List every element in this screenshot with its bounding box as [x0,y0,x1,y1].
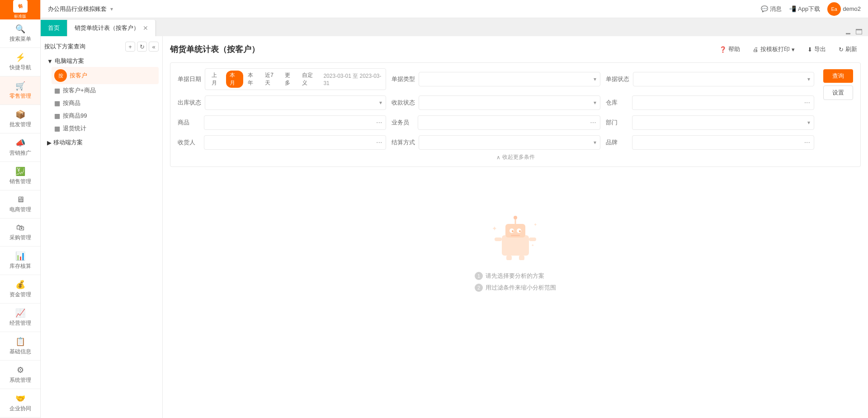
window-maximize-button[interactable]: 🗖 [855,28,863,36]
sidebar-item-finance[interactable]: 💰 资金管理 [0,275,40,304]
add-scheme-button[interactable]: + [125,42,135,52]
salesman-control[interactable]: ··· [418,115,600,130]
goods-control[interactable]: ··· [204,115,386,130]
doc-status-control[interactable]: ▾ [633,72,814,86]
left-panel-header: 按以下方案查询 + ↻ « [44,42,159,52]
mobile-section-header[interactable]: ▶ 移动端方案 [44,137,159,148]
sidebar-item-quick-nav[interactable]: ⚡ 快捷导航 [0,48,40,76]
app-download-button[interactable]: 📲 App下载 [789,5,820,13]
scheme-icon: ▦ [54,100,60,107]
tip-text-1: 请先选择要分析的方案 [486,272,544,280]
sidebar-item-sales[interactable]: 💹 销售管理 [0,162,40,190]
filter-item-receiver: 收货人 ··· [178,135,386,150]
active-scheme-icon: 按 [54,69,67,82]
sidebar-item-label: 系统管理 [9,376,31,384]
goods-label: 商品 [178,119,200,127]
date-tab-custom[interactable]: 自定义 [299,71,320,88]
doc-type-control[interactable]: ▾ [419,72,600,86]
user-profile[interactable]: Ea demo2 [827,2,861,16]
inventory-icon: 📊 [15,251,25,261]
search-icon: 🔍 [15,24,25,34]
filter-item-warehouse: 仓库 ··· [606,95,814,110]
brand-control[interactable]: ··· [632,135,814,150]
receiver-control[interactable]: ··· [204,135,386,150]
filter-item-doc-type: 单据类型 ▾ [392,68,600,90]
collapse-bar[interactable]: ∧ 收起更多条件 [178,153,853,161]
message-label: 消息 [770,5,782,13]
help-button[interactable]: ❓ 帮助 [716,43,744,55]
settlement-control[interactable]: ▾ [419,135,600,150]
sidebar-item-purchase[interactable]: 🛍 采购管理 [0,218,40,247]
date-control[interactable]: 上月 本月 本年 近7天 更多 自定义 2023-03-01 至 2023-03… [205,68,386,90]
settings-button[interactable]: 设置 [823,86,853,100]
desktop-section-header[interactable]: ▼ 电脑端方案 [44,55,159,67]
filter-grid: 单据日期 上月 本月 本年 近7天 更多 自定义 [178,68,814,150]
sidebar-item-operations[interactable]: 📈 经营管理 [0,304,40,332]
warehouse-dots[interactable]: ··· [804,99,810,107]
out-status-control[interactable]: ▾ [205,95,386,110]
scheme-by-goods-99[interactable]: ▦ 按商品99 [52,109,159,122]
query-button[interactable]: 查询 [823,69,853,83]
breadcrumb-dropdown[interactable]: ▾ [110,6,113,12]
date-tab-this-year[interactable]: 本年 [245,71,260,88]
sidebar-item-wholesale[interactable]: 📦 批发管理 [0,105,40,133]
print-button[interactable]: 🖨 按模板打印 ▾ [749,43,798,55]
collapse-panel-button[interactable]: « [149,42,159,52]
main-area: 办公用品行业模拟账套 ▾ 💬 消息 📲 App下载 Ea demo2 首页 销货… [41,0,868,418]
filter-item-settlement: 结算方式 ▾ [392,135,600,150]
salesman-dots[interactable]: ··· [590,119,596,127]
sidebar-item-system[interactable]: ⚙ 系统管理 [0,361,40,389]
svg-point-7 [514,216,517,219]
receiver-dots[interactable]: ··· [376,138,382,147]
sidebar-item-label: 经营管理 [9,319,31,327]
dept-control[interactable]: ▾ [632,115,814,130]
filter-item-brand: 品牌 ··· [606,135,814,150]
svg-text:✦: ✦ [533,222,537,227]
sidebar-item-enterprise[interactable]: 🤝 企业协同 [0,389,40,418]
date-tab-last-7[interactable]: 近7天 [262,71,280,88]
scheme-by-customer[interactable]: 按 按客户 [52,67,159,84]
chevron-up-icon: ∧ [496,154,500,161]
avatar: Ea [827,2,841,16]
svg-text:✦: ✦ [531,243,534,247]
sidebar-item-label: 库存核算 [9,262,31,270]
scheme-by-customer-goods[interactable]: ▦ 按客户+商品 [52,84,159,97]
empty-illustration: ✦ ✦ ✦ [488,210,542,265]
warehouse-control[interactable]: ··· [632,95,814,110]
sidebar-item-ecommerce[interactable]: 🖥 电商管理 [0,190,40,218]
system-icon: ⚙ [17,365,24,375]
sidebar-item-retail[interactable]: 🛒 零售管理 [0,76,40,105]
purchase-icon: 🛍 [16,223,24,233]
date-tab-this-month[interactable]: 本月 [226,71,243,88]
date-tab-last-month[interactable]: 上月 [209,71,224,88]
collapse-label: 收起更多条件 [502,153,535,161]
retail-icon: 🛒 [15,81,25,91]
refresh-scheme-button[interactable]: ↻ [137,42,147,52]
header-right: 💬 消息 📲 App下载 Ea demo2 [761,2,861,16]
empty-tips: 1 请先选择要分析的方案 2 用过滤条件来缩小分析范围 [475,272,556,292]
tab-sales-stat[interactable]: 销货单统计表（按客户） ✕ [67,20,156,36]
goods-dots[interactable]: ··· [376,119,382,127]
basic-info-icon: 📋 [15,337,25,347]
window-minimize-button[interactable]: 🗕 [844,28,852,36]
tip-number-2: 2 [475,284,483,292]
tab-home[interactable]: 首页 [41,20,67,36]
tab-sales-stat-label: 销货单统计表（按客户） [75,24,139,32]
sidebar-item-label: 资金管理 [9,291,31,299]
scheme-return-stat[interactable]: ▦ 退货统计 [52,122,159,135]
message-button[interactable]: 💬 消息 [761,5,782,13]
doc-type-arrow: ▾ [594,76,596,82]
scheme-by-goods[interactable]: ▦ 按商品 [52,97,159,109]
brand-dots[interactable]: ··· [804,138,810,147]
filter-with-buttons: 单据日期 上月 本月 本年 近7天 更多 自定义 [178,68,853,150]
sidebar-item-inventory[interactable]: 📊 库存核算 [0,247,40,275]
refresh-button[interactable]: ↻ 刷新 [835,43,861,55]
sidebar-item-marketing[interactable]: 📣 营销推广 [0,133,40,162]
export-button[interactable]: ⬇ 导出 [804,43,830,55]
pay-status-control[interactable]: ▾ [419,95,600,110]
date-tab-more[interactable]: 更多 [282,71,297,88]
filter-item-out-status: 出库状态 ▾ [178,95,386,110]
sidebar-item-search[interactable]: 🔍 搜索菜单 [0,19,40,48]
sidebar-item-basic-info[interactable]: 📋 基础信息 [0,332,40,361]
tab-close-button[interactable]: ✕ [143,24,148,32]
